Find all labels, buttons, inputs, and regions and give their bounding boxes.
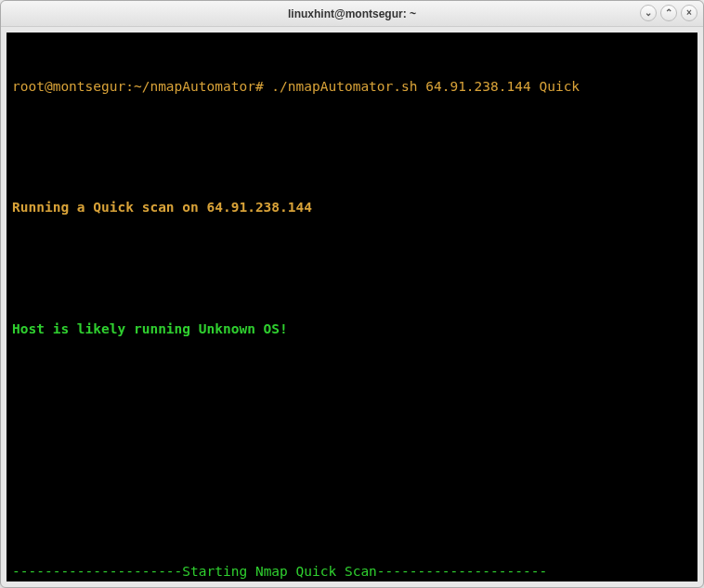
minimize-button[interactable]: ⌄ [640, 5, 657, 21]
prompt-line: root@montsegur:~/nmapAutomator# ./nmapAu… [12, 77, 692, 98]
blank-line [12, 137, 692, 158]
close-button[interactable]: × [681, 5, 697, 21]
command: ./nmapAutomator.sh 64.91.238.144 Quick [271, 79, 580, 94]
close-icon: × [686, 8, 692, 18]
separator-line: ---------------------Starting Nmap Quick… [12, 562, 692, 582]
prompt: root@montsegur:~/nmapAutomator# [12, 79, 271, 94]
maximize-button[interactable]: ⌃ [660, 5, 677, 21]
host-line: Host is likely running Unknown OS! [12, 320, 692, 340]
terminal-window: linuxhint@montsegur: ~ ⌄ ⌃ × root@montse… [0, 0, 704, 588]
separator-left: --------------------- [12, 564, 182, 579]
blank-line [12, 501, 692, 521]
blank-line [12, 258, 692, 279]
separator-right: --------------------- [377, 564, 547, 579]
blank-line [12, 440, 692, 461]
separator-text: Starting Nmap Quick Scan [182, 564, 377, 579]
blank-line [12, 380, 692, 400]
minimize-icon: ⌄ [645, 8, 652, 18]
window-controls: ⌄ ⌃ × [640, 5, 697, 21]
titlebar[interactable]: linuxhint@montsegur: ~ ⌄ ⌃ × [1, 1, 703, 27]
terminal-content[interactable]: root@montsegur:~/nmapAutomator# ./nmapAu… [7, 33, 697, 581]
running-line: Running a Quick scan on 64.91.238.144 [12, 198, 692, 218]
window-title: linuxhint@montsegur: ~ [288, 7, 416, 20]
maximize-icon: ⌃ [665, 8, 672, 18]
